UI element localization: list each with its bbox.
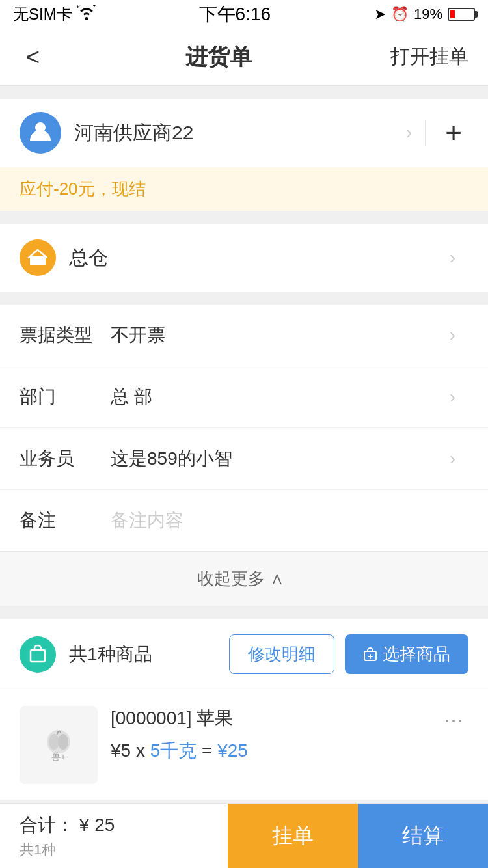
department-label: 部门 bbox=[20, 385, 111, 409]
product-more-button[interactable]: ··· bbox=[439, 706, 468, 733]
product-header: 共1种商品 修改明细 选择商品 bbox=[0, 619, 488, 690]
remark-label: 备注 bbox=[20, 508, 111, 533]
vertical-divider bbox=[425, 120, 426, 146]
quantity-value: 5千克 bbox=[150, 740, 197, 761]
carrier-text: 无SIM卡 bbox=[13, 4, 72, 25]
product-price: ¥5 x 5千克 = ¥25 bbox=[111, 739, 426, 763]
page-title: 进货单 bbox=[185, 42, 252, 72]
info-section: 票据类型 不开票 › 部门 总 部 › 业务员 这是859的小智 › 备注 备注… bbox=[0, 305, 488, 551]
invoice-type-label: 票据类型 bbox=[20, 323, 111, 347]
alarm-icon: ⏰ bbox=[391, 6, 409, 23]
invoice-type-chevron-icon: › bbox=[450, 325, 455, 346]
total-count: 共1种 bbox=[20, 840, 208, 860]
warning-text: 应付-20元，现结 bbox=[20, 179, 146, 198]
bottom-bar: 合计： ¥ 25 共1种 挂单 结算 bbox=[0, 803, 488, 868]
divider-1 bbox=[0, 86, 488, 99]
product-name: [0000001] 苹果 bbox=[111, 706, 426, 731]
unit-price: ¥5 bbox=[111, 740, 131, 761]
product-info: [0000001] 苹果 ¥5 x 5千克 = ¥25 bbox=[111, 706, 426, 763]
status-left: 无SIM卡 bbox=[13, 4, 96, 25]
collapse-row[interactable]: 收起更多 ∧ bbox=[0, 551, 488, 606]
multiply-icon: x bbox=[136, 740, 150, 761]
edit-detail-button[interactable]: 修改明细 bbox=[229, 634, 334, 674]
product-count-text: 共1种商品 bbox=[69, 642, 229, 667]
remark-placeholder: 备注内容 bbox=[111, 508, 468, 533]
status-right: ➤ ⏰ 19% bbox=[374, 6, 475, 23]
location-icon: ➤ bbox=[374, 6, 386, 23]
total-label: 合计： bbox=[20, 815, 74, 835]
battery-percent: 19% bbox=[414, 6, 442, 23]
remark-row[interactable]: 备注 备注内容 bbox=[0, 490, 488, 551]
warehouse-icon bbox=[20, 239, 56, 276]
status-bar: 无SIM卡 下午6:16 ➤ ⏰ 19% bbox=[0, 0, 488, 29]
nav-bar: < 进货单 打开挂单 bbox=[0, 29, 488, 86]
product-code: [0000001] bbox=[111, 708, 192, 728]
warehouse-name: 总仓 bbox=[69, 245, 450, 271]
battery-icon bbox=[448, 8, 475, 21]
back-button[interactable]: < bbox=[20, 37, 46, 77]
equals-sign: = bbox=[202, 740, 217, 761]
salesman-label: 业务员 bbox=[20, 446, 111, 471]
supplier-name: 河南供应商22 bbox=[74, 120, 406, 146]
warning-banner: 应付-20元，现结 bbox=[0, 167, 488, 211]
svg-rect-2 bbox=[31, 650, 45, 662]
product-item: 兽+ [0000001] 苹果 ¥5 x 5千克 = ¥25 ··· bbox=[0, 690, 488, 800]
total-price: ¥25 bbox=[217, 740, 248, 761]
invoice-type-value: 不开票 bbox=[111, 323, 450, 347]
supplier-section: 河南供应商22 › + 应付-20元，现结 bbox=[0, 99, 488, 211]
open-hang-button[interactable]: 打开挂单 bbox=[390, 44, 468, 70]
supplier-avatar bbox=[20, 112, 61, 154]
total-amount: 合计： ¥ 25 bbox=[20, 813, 208, 837]
salesman-row[interactable]: 业务员 这是859的小智 › bbox=[0, 428, 488, 490]
warehouse-row[interactable]: 总仓 › bbox=[0, 224, 488, 292]
svg-point-8 bbox=[58, 734, 68, 750]
product-icon bbox=[20, 636, 56, 673]
select-product-button[interactable]: 选择商品 bbox=[345, 634, 468, 674]
total-value: ¥ 25 bbox=[79, 815, 115, 835]
collapse-text: 收起更多 ∧ bbox=[197, 567, 284, 590]
divider-2 bbox=[0, 211, 488, 224]
warehouse-section: 总仓 › bbox=[0, 224, 488, 292]
product-thumbnail: 兽+ bbox=[20, 706, 98, 784]
svg-text:兽+: 兽+ bbox=[51, 752, 66, 762]
invoice-type-row[interactable]: 票据类型 不开票 › bbox=[0, 305, 488, 366]
svg-point-7 bbox=[49, 734, 59, 750]
salesman-chevron-icon: › bbox=[450, 448, 455, 469]
divider-3 bbox=[0, 292, 488, 305]
checkout-button[interactable]: 结算 bbox=[358, 804, 488, 869]
svg-rect-1 bbox=[30, 256, 46, 265]
total-section: 合计： ¥ 25 共1种 bbox=[0, 813, 228, 860]
product-title: 苹果 bbox=[197, 708, 233, 728]
chevron-right-icon: › bbox=[406, 122, 412, 143]
select-product-label: 选择商品 bbox=[383, 643, 450, 666]
wifi-icon bbox=[77, 5, 96, 23]
product-actions: 修改明细 选择商品 bbox=[229, 634, 468, 674]
warehouse-chevron-icon: › bbox=[450, 247, 455, 268]
salesman-value: 这是859的小智 bbox=[111, 446, 450, 471]
department-row[interactable]: 部门 总 部 › bbox=[0, 366, 488, 428]
supplier-row[interactable]: 河南供应商22 › + bbox=[0, 99, 488, 167]
status-time: 下午6:16 bbox=[199, 2, 271, 27]
department-chevron-icon: › bbox=[450, 387, 455, 407]
add-supplier-button[interactable]: + bbox=[439, 118, 468, 147]
hang-button[interactable]: 挂单 bbox=[228, 804, 358, 869]
person-icon bbox=[29, 118, 52, 147]
department-value: 总 部 bbox=[111, 385, 450, 409]
